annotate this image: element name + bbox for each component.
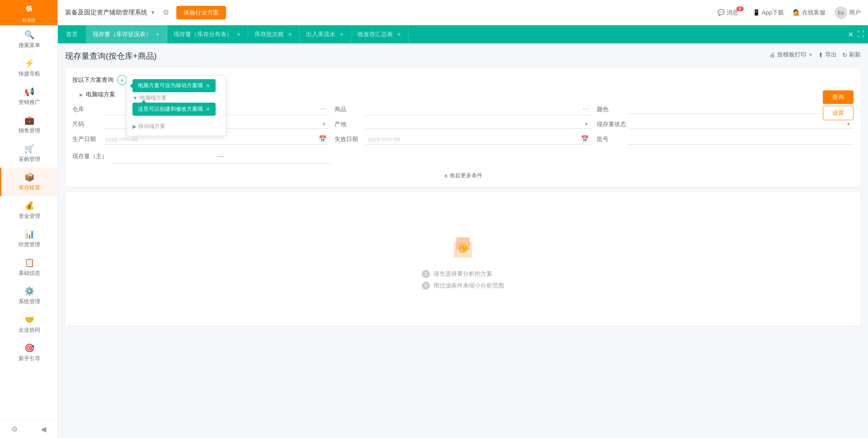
tab-close-collect-summary[interactable]: ✕ <box>396 31 402 38</box>
batch-input[interactable] <box>627 134 854 145</box>
system-name-arrow: ▼ <box>150 9 156 16</box>
stock-amount-label: 现存量（主） <box>72 152 108 160</box>
tooltip1-close[interactable]: ✕ <box>206 83 210 89</box>
stock-amount-min[interactable] <box>114 151 214 161</box>
filter-col-batch: 批号 <box>597 134 854 145</box>
tab-label-collect-summary: 收发存汇总表 <box>358 30 393 38</box>
tab-label-inventory-dist: 现存量（库存分布表） <box>174 30 232 38</box>
tab-close-inventory-dist[interactable]: ✕ <box>235 31 241 38</box>
print-btn[interactable]: 🖨 按模板打印 ▼ <box>769 51 813 59</box>
filter-header: 按以下方案查询 + ✎ ⇐ 电脑方案可设为移动方案哦 ✕ <box>72 75 854 85</box>
sidebar-icon-operation: 📊 <box>24 229 34 239</box>
filter-header-label: 按以下方案查询 <box>72 76 113 84</box>
sidebar-item-enterprise[interactable]: 🤝企业协同 <box>0 310 57 339</box>
filter-col-origin: 产地 ▼ <box>335 120 591 129</box>
settings-bottom-icon[interactable]: ⚙ <box>11 425 18 433</box>
filter-col-stock-status: 现存量状态 ▼ <box>597 120 854 129</box>
sidebar-icon-enterprise: 🤝 <box>24 315 34 325</box>
sidebar-label-purchase: 采购管理 <box>19 155 40 163</box>
tab-close-in-out-flow[interactable]: ✕ <box>338 31 344 38</box>
export-label: 导出 <box>825 51 837 59</box>
sidebar-item-search[interactable]: 🔍搜索菜单 <box>0 25 57 54</box>
service-label: 在线客服 <box>802 9 826 17</box>
add-scheme-btn[interactable]: + <box>117 75 127 85</box>
tooltip2-close[interactable]: ✕ <box>206 106 210 113</box>
tab-item-home[interactable]: 首页 <box>61 25 86 43</box>
prod-date-icon: 📅 <box>319 135 326 142</box>
batch-label: 批号 <box>597 135 624 143</box>
app-download-item[interactable]: 📱 App下载 <box>753 9 784 17</box>
top-header: 装备及固定资产辅助管理系统 ▼ ⚙ 体验行业方案 💬 消息 6 📱 App下载 … <box>58 0 868 25</box>
stock-amount-max[interactable] <box>227 151 328 161</box>
tab-bar-actions: ✕ ⛶ <box>848 30 864 39</box>
color-label: 颜色 <box>597 105 624 113</box>
goods-select[interactable]: ··· <box>365 103 591 115</box>
tooltip-text-2: 这里可以创建和修改方案哦 <box>138 105 203 113</box>
system-settings-icon[interactable]: ⚙ <box>163 8 169 17</box>
sidebar-item-system[interactable]: ⚙️系统管理 <box>0 282 57 310</box>
reset-button[interactable]: 设置 <box>823 106 854 120</box>
filter-actions: 查询 设置 <box>823 90 854 120</box>
mobile-group-text: 移动端方案 <box>138 122 165 130</box>
svg-text:😕: 😕 <box>461 245 469 253</box>
tab-close-inventory-status[interactable]: ✕ <box>154 31 160 38</box>
origin-label: 产地 <box>335 120 362 128</box>
size-select-arrow: ▼ <box>322 122 326 127</box>
tab-close-all-icon[interactable]: ✕ <box>848 30 854 39</box>
warehouse-dots[interactable]: ··· <box>321 105 326 113</box>
tab-close-batch-ledger[interactable]: ✕ <box>287 31 293 38</box>
collapse-bar[interactable]: ∧ 收起更多条件 <box>72 168 854 179</box>
right-action-bar: 🖨 按模板打印 ▼ ⬆ 导出 ↻ 刷新 <box>769 51 861 59</box>
sidebar-item-inventory[interactable]: 📦库存核算 <box>0 168 57 196</box>
online-service-item[interactable]: 💁 在线客服 <box>793 9 826 17</box>
sidebar-item-finance[interactable]: 💰资金管理 <box>0 196 57 225</box>
tab-item-inventory-dist[interactable]: 现存量（库存分布表）✕ <box>167 25 248 43</box>
sidebar-icon-basic: 📋 <box>24 258 34 268</box>
sidebar-item-sales[interactable]: 💼销售管理 <box>0 111 57 139</box>
message-item[interactable]: 💬 消息 6 <box>717 9 744 17</box>
message-badge: 6 <box>736 6 744 11</box>
logo-icon: 畅 <box>22 2 36 16</box>
scheme-group-mobile: ▶ 移动端方案 <box>127 121 226 136</box>
collapse-sidebar-icon[interactable]: ◀ <box>41 425 46 433</box>
expiry-date-input[interactable]: yyyy-mm-dd 📅 <box>365 133 591 145</box>
origin-select[interactable]: ▼ <box>365 120 591 129</box>
sidebar-item-guide[interactable]: 🎯新手引导 <box>0 339 57 367</box>
filter-col-stock-amount: 现存量（主） — <box>72 149 330 164</box>
tooltip-create-scheme: 这里可以创建和修改方案哦 ✕ <box>132 103 216 116</box>
sidebar-icon-sales: 💼 <box>24 115 34 125</box>
tab-item-collect-summary[interactable]: 收发存汇总表✕ <box>351 25 409 43</box>
export-btn[interactable]: ⬆ 导出 <box>818 51 837 59</box>
refresh-btn[interactable]: ↻ 刷新 <box>842 51 861 59</box>
empty-tips: ① 请先选择要分析的方案 ② 用过滤条件来缩小分析范围 <box>422 270 504 290</box>
tip-text-2: 用过滤条件来缩小分析范围 <box>434 282 504 290</box>
trial-button[interactable]: 体验行业方案 <box>176 6 226 19</box>
sidebar-item-operation[interactable]: 📊经营管理 <box>0 225 57 253</box>
tab-item-batch-ledger[interactable]: 库存批次账✕ <box>248 25 300 43</box>
app-icon: 📱 <box>753 9 760 16</box>
service-icon: 💁 <box>793 9 800 16</box>
goods-dots[interactable]: ··· <box>583 105 589 113</box>
user-item[interactable]: Ea 用户 <box>835 6 861 19</box>
tip-text-1: 请先选择要分析的方案 <box>434 270 492 278</box>
export-icon: ⬆ <box>818 52 823 58</box>
sidebar-item-marketing[interactable]: 📢营销推广 <box>0 82 57 111</box>
empty-state: 😕 ① 请先选择要分析的方案 ② 用过滤条件来缩小分析范围 <box>65 192 861 326</box>
sidebar-item-purchase[interactable]: 🛒采购管理 <box>0 139 57 168</box>
content-area: 🖨 按模板打印 ▼ ⬆ 导出 ↻ 刷新 现存量查询(按仓库+商品) 按以下方案查… <box>58 43 868 438</box>
refresh-icon: ↻ <box>842 52 847 58</box>
color-select[interactable]: ▼ <box>627 105 854 114</box>
tab-item-in-out-flow[interactable]: 出入库流水✕ <box>300 25 351 43</box>
user-label: 用户 <box>849 9 861 17</box>
sidebar-item-quicknav[interactable]: ⚡快捷导航 <box>0 54 57 82</box>
main-area: 装备及固定资产辅助管理系统 ▼ ⚙ 体验行业方案 💬 消息 6 📱 App下载 … <box>58 0 868 438</box>
system-name-text: 装备及固定资产辅助管理系统 <box>65 9 147 17</box>
prod-date-placeholder: yyyy-mm-dd <box>106 136 138 142</box>
stock-status-select[interactable]: ▼ <box>630 120 854 129</box>
tab-item-inventory-status[interactable]: 现存量（库存状况表）✕ <box>86 25 167 43</box>
svg-text:畅: 畅 <box>26 5 32 12</box>
sidebar-item-basic[interactable]: 📋基础信息 <box>0 253 57 282</box>
refresh-label: 刷新 <box>849 51 861 59</box>
query-button[interactable]: 查询 <box>823 90 854 104</box>
tab-fullscreen-icon[interactable]: ⛶ <box>857 30 864 39</box>
